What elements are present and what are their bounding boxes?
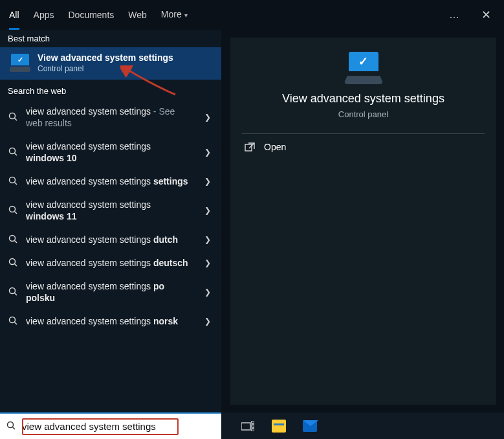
mail-icon[interactable]	[303, 419, 317, 433]
best-match-subtitle: Control panel	[38, 64, 173, 73]
svg-line-3	[15, 153, 17, 155]
chevron-right-icon[interactable]: ❯	[201, 287, 215, 297]
chevron-right-icon[interactable]: ❯	[201, 148, 215, 157]
detail-title: View advanced system settings	[230, 92, 496, 106]
web-result-0[interactable]: view advanced system settings - See web …	[0, 100, 221, 135]
web-result-6[interactable]: view advanced system settings po polsku❯	[0, 275, 221, 310]
best-match-header: Best match	[0, 30, 221, 47]
search-icon	[8, 205, 18, 216]
web-result-text: view advanced system settings po polsku	[26, 280, 193, 304]
tab-apps[interactable]: Apps	[34, 0, 54, 30]
web-result-text: view advanced system settings windows 11	[26, 199, 193, 222]
detail-system-settings-icon	[344, 52, 384, 84]
svg-point-8	[10, 235, 16, 241]
system-settings-icon	[9, 54, 31, 72]
chevron-right-icon[interactable]: ❯	[201, 317, 215, 326]
results-panel: Best match View advanced system settings…	[0, 30, 221, 412]
detail-panel: View advanced system settings Control pa…	[221, 30, 504, 412]
chevron-down-icon: ▾	[184, 12, 188, 19]
chevron-right-icon[interactable]: ❯	[201, 258, 215, 267]
web-result-text: view advanced system settings norsk	[26, 315, 193, 327]
web-result-text: view advanced system settings - See web …	[26, 106, 193, 129]
best-match-title: View advanced system settings	[38, 52, 173, 63]
search-icon	[8, 147, 18, 158]
search-web-header: Search the web	[0, 80, 221, 100]
svg-line-5	[15, 182, 17, 185]
file-explorer-icon[interactable]	[272, 419, 286, 433]
web-result-text: view advanced system settings settings	[26, 175, 193, 187]
tab-all[interactable]: All	[9, 0, 19, 30]
taskview-icon[interactable]	[241, 419, 255, 433]
svg-point-4	[10, 177, 16, 183]
web-result-3[interactable]: view advanced system settings windows 11…	[0, 193, 221, 228]
svg-line-13	[15, 293, 17, 295]
open-external-icon	[245, 142, 255, 152]
search-icon	[8, 258, 18, 269]
web-result-7[interactable]: view advanced system settings norsk❯	[0, 310, 221, 333]
taskbar	[221, 412, 504, 439]
svg-point-14	[10, 317, 16, 322]
search-icon	[8, 176, 18, 187]
svg-rect-16	[245, 144, 252, 151]
svg-rect-22	[252, 429, 254, 431]
tab-web[interactable]: Web	[128, 0, 147, 30]
search-input-container	[0, 412, 221, 439]
tab-documents[interactable]: Documents	[68, 0, 114, 30]
chevron-right-icon[interactable]: ❯	[201, 235, 215, 244]
search-icon	[8, 112, 18, 123]
web-result-2[interactable]: view advanced system settings settings❯	[0, 170, 221, 193]
web-result-1[interactable]: view advanced system settings windows 10…	[0, 135, 221, 170]
svg-point-12	[10, 287, 16, 293]
svg-point-6	[10, 206, 16, 212]
search-icon	[8, 316, 18, 327]
svg-rect-19	[241, 423, 250, 430]
detail-subtitle: Control panel	[230, 109, 496, 119]
close-icon[interactable]: ✕	[477, 5, 495, 25]
svg-point-0	[10, 113, 16, 118]
svg-line-11	[15, 264, 17, 266]
search-input[interactable]	[22, 418, 221, 435]
web-result-4[interactable]: view advanced system settings dutch❯	[0, 228, 221, 251]
svg-point-2	[10, 148, 16, 153]
svg-line-9	[15, 240, 17, 243]
svg-line-1	[15, 118, 17, 120]
chevron-right-icon[interactable]: ❯	[201, 113, 215, 122]
search-icon	[8, 287, 18, 298]
web-result-text: view advanced system settings deutsch	[26, 257, 193, 269]
best-match-result[interactable]: View advanced system settings Control pa…	[0, 47, 221, 80]
chevron-right-icon[interactable]: ❯	[201, 206, 215, 215]
open-label: Open	[264, 142, 286, 152]
tab-more[interactable]: More▾	[161, 0, 188, 30]
web-result-text: view advanced system settings windows 10	[26, 141, 193, 164]
chevron-right-icon[interactable]: ❯	[201, 177, 215, 186]
web-result-text: view advanced system settings dutch	[26, 234, 193, 245]
search-scope-tabs: All Apps Documents Web More▾ … ✕	[0, 0, 504, 30]
web-result-5[interactable]: view advanced system settings deutsch❯	[0, 251, 221, 275]
svg-rect-20	[252, 421, 254, 423]
more-options-icon[interactable]: …	[445, 6, 463, 23]
svg-point-10	[10, 258, 16, 264]
svg-line-15	[15, 322, 17, 324]
open-action[interactable]: Open	[230, 134, 496, 160]
svg-line-18	[13, 427, 16, 430]
svg-rect-21	[252, 425, 254, 427]
search-icon	[0, 421, 22, 432]
svg-point-17	[8, 422, 14, 428]
search-icon	[8, 234, 18, 245]
svg-line-7	[15, 211, 17, 214]
